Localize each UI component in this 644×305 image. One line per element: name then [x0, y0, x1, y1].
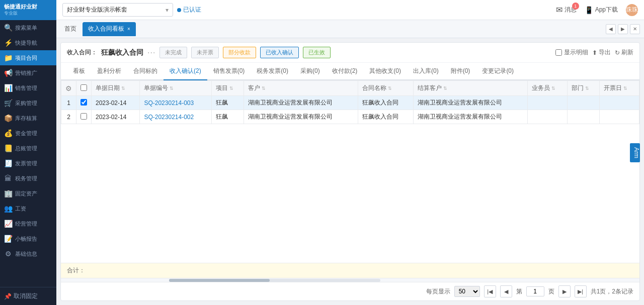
tab-purchase[interactable]: 采购(0) [294, 63, 326, 80]
tab-other-income[interactable]: 其他收支(0) [363, 63, 407, 80]
row-checkbox-cell[interactable] [76, 110, 92, 124]
select-all-checkbox[interactable] [80, 84, 87, 91]
tab-home[interactable]: 首页 [60, 23, 80, 35]
tab-tax-invoice[interactable]: 税务发票(0) [251, 63, 294, 80]
refresh-label: 刷新 [621, 48, 633, 57]
settings-column: ⚙ [61, 81, 76, 96]
sidebar-item-label: 发票管理 [15, 160, 37, 167]
right-float-panel[interactable]: Arm [630, 143, 640, 162]
sidebar-item-tax[interactable]: 🏛 税务管理 [0, 171, 56, 186]
sidebar-item-quick-nav[interactable]: ⚡ 快捷导航 [0, 35, 56, 50]
show-detail-checkbox[interactable] [555, 49, 562, 56]
sidebar-item-purchase[interactable]: 🛒 采购管理 [0, 95, 56, 111]
sort-invoice-icon[interactable]: ⇅ [623, 86, 627, 91]
tab-attachments[interactable]: 附件(0) [445, 63, 476, 80]
page-prev-button[interactable]: ◀ [500, 285, 512, 297]
sidebar-item-marketing[interactable]: 📢 营销推广 [0, 65, 56, 80]
th-invoice-date: 开票日⇅ [600, 81, 639, 96]
account-selector[interactable]: 好业财专业版演示帐套 ▾ [62, 3, 173, 17]
row-checkbox[interactable] [80, 99, 87, 106]
tab-warehouse[interactable]: 出入库(0) [407, 63, 445, 80]
reports-icon: 📝 [4, 235, 12, 243]
tab-revenue-confirm[interactable]: 收入确认(2) [164, 63, 207, 80]
sidebar-item-label: 库存核算 [15, 115, 37, 122]
row-checkbox-cell[interactable] [76, 96, 92, 110]
sort-date-icon[interactable]: ⇅ [121, 86, 125, 91]
status-active[interactable]: 已生效 [303, 47, 331, 58]
inventory-icon: 📦 [4, 114, 12, 122]
page-next-button[interactable]: ▶ [558, 285, 571, 297]
row-bill-no[interactable]: SQ-20230214-003 [140, 96, 211, 110]
sidebar-item-search[interactable]: 🔍 搜索菜单 [0, 20, 56, 35]
sidebar-item-general[interactable]: 📒 总账管理 [0, 141, 56, 156]
row-checkbox[interactable] [80, 113, 87, 120]
row-num: 2 [61, 110, 76, 124]
more-button[interactable]: ··· [147, 48, 155, 57]
pin-button[interactable]: 📌 取消固定 [4, 289, 52, 303]
row-invoice-date [600, 110, 639, 124]
sort-settlement-icon[interactable]: ⇅ [443, 86, 447, 91]
user-menu[interactable]: 珠珠 [626, 4, 638, 16]
row-bill-no[interactable]: SQ-20230214-002 [140, 110, 211, 124]
tab-prev-button[interactable]: ◀ [606, 24, 616, 34]
sidebar-item-invoice[interactable]: 🧾 发票管理 [0, 156, 56, 171]
show-detail-label: 显示明细 [564, 48, 588, 57]
sort-project-icon[interactable]: ⇅ [229, 86, 233, 91]
status-uninvoiced[interactable]: 未开票 [191, 47, 219, 58]
sort-dept-icon[interactable]: ⇅ [585, 86, 589, 91]
show-detail-toggle[interactable]: 显示明细 [555, 48, 588, 57]
per-page-select[interactable]: 20 50 100 200 [454, 286, 480, 297]
bill-no-link[interactable]: SQ-20230214-003 [144, 99, 194, 107]
table-row[interactable]: 2 2023-02-14 SQ-20230214-002 狂飙 湖南卫视商业运营… [61, 110, 639, 124]
tab-board[interactable]: 看板 [67, 63, 91, 80]
row-settlement-customer: 湖南卫视商业运营发展有限公司 [413, 110, 528, 124]
sidebar-item-basic[interactable]: ⚙ 基础信息 [0, 246, 56, 261]
sort-billno-icon[interactable]: ⇅ [170, 86, 174, 91]
tab-change-log[interactable]: 变更记录(0) [476, 63, 520, 80]
status-incomplete[interactable]: 未完成 [159, 47, 187, 58]
sidebar-item-sales[interactable]: 📊 销售管理 [0, 80, 56, 95]
scroll-thumb[interactable] [169, 279, 270, 282]
page-suffix: 页 [548, 287, 554, 296]
sidebar-item-label: 税务管理 [15, 175, 37, 182]
sidebar-item-reports[interactable]: 📝 小畅报告 [0, 231, 56, 246]
sort-customer-icon[interactable]: ⇅ [262, 86, 266, 91]
tab-close-icon[interactable]: × [127, 26, 130, 32]
page-last-button[interactable]: ▶| [575, 285, 587, 297]
status-confirmed[interactable]: 已收入确认 [260, 47, 299, 58]
sidebar-item-label: 资金管理 [15, 130, 37, 137]
page-input[interactable] [526, 286, 544, 296]
sidebar-item-operation[interactable]: 📈 经营管理 [0, 216, 56, 231]
sidebar-item-project[interactable]: 📁 项目合同 [0, 50, 56, 65]
tab-profit[interactable]: 盈利分析 [91, 63, 127, 80]
sidebar: 畅捷通好业财 专业版 🔍 搜索菜单 ⚡ 快捷导航 📁 项目合同 📢 营销推广 📊… [0, 0, 56, 305]
export-button[interactable]: ⬆ 导出 [592, 48, 611, 57]
sidebar-item-funds[interactable]: 💰 资金管理 [0, 126, 56, 141]
tab-sales-invoice[interactable]: 销售发票(0) [207, 63, 251, 80]
message-button[interactable]: ✉ 1 消息 [556, 5, 577, 15]
refresh-button[interactable]: ↻ 刷新 [615, 48, 633, 57]
tab-close-button[interactable]: ✕ [630, 24, 640, 34]
row-contract-name: 狂飙收入合同 [358, 110, 413, 124]
sidebar-item-inventory[interactable]: 📦 库存核算 [0, 111, 56, 126]
app-download-button[interactable]: 📱 App下载 [585, 6, 618, 14]
sidebar-item-assets[interactable]: 🏢 固定资产 [0, 186, 56, 201]
row-department [568, 96, 600, 110]
column-settings-icon[interactable]: ⚙ [65, 84, 72, 92]
tab-contract-board[interactable]: 收入合同看板 × [83, 22, 136, 36]
tab-contract-subject[interactable]: 合同标的 [127, 63, 164, 80]
status-partial[interactable]: 部分收款 [223, 47, 256, 58]
tab-payment[interactable]: 收付款(2) [326, 63, 364, 80]
pagination: 每页显示 20 50 100 200 |◀ ◀ 第 页 ▶ ▶| 共1页，2条记… [61, 282, 639, 300]
sidebar-item-hr[interactable]: 👥 工资 [0, 201, 56, 216]
row-date: 2023-02-14 [92, 110, 140, 124]
bill-no-link[interactable]: SQ-20230214-002 [144, 114, 194, 121]
export-label: 导出 [599, 48, 611, 57]
tab-next-button[interactable]: ▶ [618, 24, 628, 34]
th-bill-no: 单据编号⇅ [140, 81, 211, 96]
sort-sales-icon[interactable]: ⇅ [551, 86, 555, 91]
sort-contract-icon[interactable]: ⇅ [388, 86, 392, 91]
page-first-button[interactable]: |◀ [484, 285, 496, 297]
table-row[interactable]: 1 2023-02-14 SQ-20230214-003 狂飙 湖南卫视商业运营… [61, 96, 639, 110]
checkbox-column [76, 81, 92, 96]
